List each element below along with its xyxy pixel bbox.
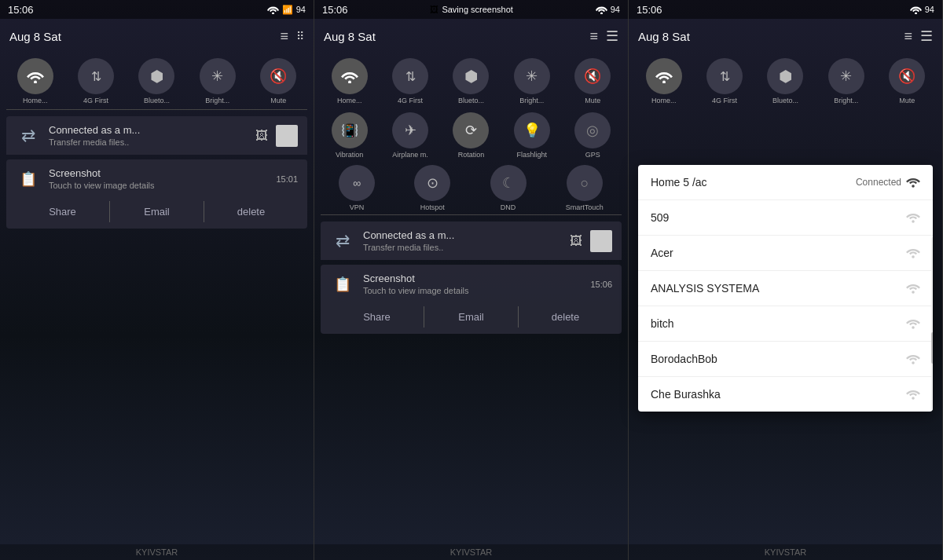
toggle-label-bt-3: Blueto... (772, 97, 798, 104)
toggle-brightness[interactable]: ✳ Bright... (200, 58, 236, 104)
wifi-right-bitch (906, 318, 920, 329)
toggle-circle-4g[interactable]: ⇅ (78, 58, 114, 94)
usb-notif-body-2: Connected as a m... Transfer media files… (363, 229, 562, 252)
wifi-item-bitch[interactable]: bitch (638, 306, 933, 342)
usb-notification[interactable]: ⇄ Connected as a m... Transfer media fil… (6, 116, 307, 155)
toggle-circle-wifi-3[interactable] (646, 58, 682, 94)
toggle-circle-wifi-2[interactable] (332, 58, 368, 94)
carrier-text-3: KYIVSTAR (765, 547, 807, 557)
toggle-bt-2[interactable]: ⬢ Blueto... (453, 58, 489, 104)
toggle-circle-bright-2[interactable]: ✳ (514, 58, 550, 94)
toggle-mute-2[interactable]: 🔇 Mute (574, 58, 611, 104)
toggle-bright-3[interactable]: ✳ Bright... (828, 58, 864, 104)
carrier-text-1: KYIVSTAR (136, 547, 178, 557)
share-button[interactable]: Share (16, 201, 110, 222)
toggle-4g-3[interactable]: ⇅ 4G First (706, 58, 743, 104)
wifi-name-borodach: BorodachBob (651, 353, 717, 365)
toggle-circle-bt-3[interactable]: ⬢ (767, 58, 803, 94)
toggle-vibration[interactable]: 📳 Vibration (332, 112, 368, 159)
wifi-status-icon-3 (910, 5, 922, 14)
toggle-wifi[interactable]: Home... (17, 58, 53, 104)
delete-button[interactable]: delete (204, 201, 298, 222)
wifi-right-acer (906, 247, 920, 258)
grid-icon-1[interactable]: ⠿ (296, 30, 304, 42)
usb-notification-2[interactable]: ⇄ Connected as a m... Transfer media fil… (321, 221, 622, 260)
toggle-circle-vibration[interactable]: 📳 (332, 112, 368, 148)
toggle-4g-2[interactable]: ⇅ 4G First (392, 58, 428, 104)
toggle-circle-vpn[interactable]: ∞ (339, 165, 375, 201)
toggle-wifi-3[interactable]: Home... (646, 58, 682, 104)
toggle-label-mute-3: Mute (899, 97, 915, 104)
status-bar-2: 15:06 🖼 Saving screenshot 94 (314, 0, 628, 19)
toggle-label-vibration: Vibration (336, 151, 363, 159)
email-button[interactable]: Email (110, 201, 204, 222)
toggle-circle-hotspot[interactable]: ⊙ (414, 165, 450, 201)
share-button-2[interactable]: Share (330, 306, 424, 328)
toggle-circle-dnd[interactable]: ☾ (490, 165, 527, 201)
toggle-circle-smarttouch[interactable]: ○ (567, 165, 603, 201)
scrollbar-track (931, 237, 933, 410)
list-icon-2[interactable]: ☰ (606, 27, 618, 45)
toggle-label-4g-2: 4G First (398, 97, 423, 104)
toggle-circle-brightness[interactable]: ✳ (200, 58, 236, 94)
email-button-2[interactable]: Email (424, 306, 519, 328)
hamburger-icon-3[interactable]: ≡ (904, 28, 912, 45)
toggle-flashlight[interactable]: 💡 Flashlight (514, 112, 550, 159)
toggle-label-wifi-3: Home... (651, 97, 677, 104)
toggle-4g[interactable]: ⇅ 4G First (78, 58, 114, 104)
toggle-hotspot[interactable]: ⊙ Hotspot (414, 165, 450, 211)
toggle-circle-4g-2[interactable]: ⇅ (392, 58, 428, 94)
wifi-item-analysis[interactable]: ANALYSIS SYSTEMA (638, 271, 933, 306)
toggle-circle-mute-2[interactable]: 🔇 (574, 58, 611, 94)
delete-button-2[interactable]: delete (519, 306, 612, 328)
header-icons-1: ≡ ⠿ (280, 28, 304, 45)
toggle-circle-mute-3[interactable]: 🔇 (889, 58, 925, 94)
toggle-circle-4g-3[interactable]: ⇅ (706, 58, 743, 94)
toggle-wifi-2[interactable]: Home... (332, 58, 368, 104)
toggle-circle-rotation[interactable]: ⟳ (453, 112, 489, 148)
wifi-item-che[interactable]: Che Burashka (638, 377, 933, 412)
toggle-circle-mute[interactable]: 🔇 (260, 58, 296, 94)
wifi-item-acer[interactable]: Acer (638, 236, 933, 271)
hamburger-icon-1[interactable]: ≡ (280, 28, 288, 45)
toggle-gps[interactable]: ◎ GPS (574, 112, 611, 159)
wifi-item-home5[interactable]: Home 5 /ac Connected (638, 165, 933, 200)
toggle-circle-bluetooth[interactable]: ⬢ (138, 58, 174, 94)
toggle-dnd[interactable]: ☾ DND (490, 165, 527, 211)
toggle-mute[interactable]: 🔇 Mute (260, 58, 296, 104)
status-bar-1: 15:06 📶 94 (0, 0, 314, 19)
toggles-row-1: Home... ⇅ 4G First ⬢ Blueto... ✳ Bright.… (0, 53, 314, 109)
saving-indicator: 🖼 Saving screenshot (430, 5, 513, 14)
wifi-name-bitch: bitch (651, 317, 674, 330)
toggle-bluetooth[interactable]: ⬢ Blueto... (138, 58, 174, 104)
screenshot-notification-2[interactable]: 📋 Screenshot Touch to view image details… (321, 265, 622, 303)
status-bar-3: 15:06 94 (629, 0, 942, 19)
screenshot-notification[interactable]: 📋 Screenshot Touch to view image details… (6, 159, 307, 198)
list-icon-3[interactable]: ☰ (920, 27, 933, 45)
toggle-circle-bt-2[interactable]: ⬢ (453, 58, 489, 94)
wifi-name-home5: Home 5 /ac (651, 176, 707, 188)
hamburger-icon-2[interactable]: ≡ (589, 28, 598, 45)
toggle-rotation[interactable]: ⟳ Rotation (453, 112, 489, 159)
toggle-circle-airplane[interactable]: ✈ (392, 112, 428, 148)
toggle-circle-flashlight[interactable]: 💡 (514, 112, 550, 148)
wifi-item-borodach[interactable]: BorodachBob (638, 342, 933, 377)
toggle-bt-3[interactable]: ⬢ Blueto... (767, 58, 803, 104)
toggle-mute-3[interactable]: 🔇 Mute (889, 58, 925, 104)
toggle-circle-gps[interactable]: ◎ (574, 112, 611, 148)
toggle-vpn[interactable]: ∞ VPN (339, 165, 375, 211)
toggle-circle-bright-3[interactable]: ✳ (828, 58, 864, 94)
toggle-circle-wifi[interactable] (17, 58, 53, 94)
toggle-label-mute: Mute (270, 97, 286, 104)
date-bar-2: Aug 8 Sat ≡ ☰ (314, 19, 628, 53)
date-text-2: Aug 8 Sat (324, 30, 376, 43)
svg-point-8 (912, 255, 915, 258)
toggle-airplane[interactable]: ✈ Airplane m. (392, 112, 428, 159)
wifi-item-509[interactable]: 509 (638, 200, 933, 236)
carrier-text-2: KYIVSTAR (450, 547, 493, 557)
toggle-bright-2[interactable]: ✳ Bright... (514, 58, 550, 104)
wifi-signal-icon-analysis (906, 283, 920, 294)
toggle-label-vpn: VPN (350, 203, 365, 211)
toggle-smarttouch[interactable]: ○ SmartTouch (566, 165, 604, 211)
wifi-status-icon-2 (596, 5, 607, 14)
